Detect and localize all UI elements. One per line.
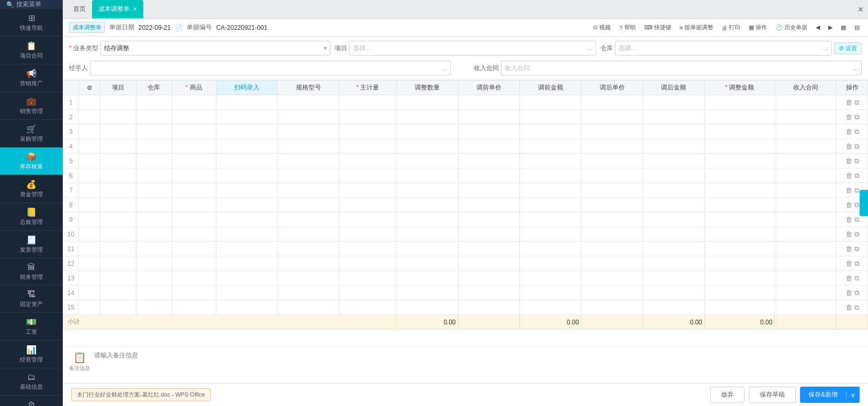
cell-warehouse[interactable] — [136, 168, 172, 183]
cell-ops[interactable]: 🗑⧉ — [837, 271, 868, 286]
cell-scan_input[interactable] — [216, 242, 278, 256]
cell-ops[interactable]: 🗑⧉ — [837, 286, 868, 300]
cell-project[interactable] — [100, 168, 136, 183]
sidebar-search[interactable]: 🔍 搜索菜单 — [0, 0, 63, 9]
cell-project[interactable] — [100, 95, 136, 110]
cell-after_price[interactable] — [581, 256, 643, 271]
cell-before_amount[interactable] — [520, 168, 581, 183]
cell-warehouse[interactable] — [136, 271, 172, 286]
cell-income_contract[interactable] — [775, 256, 837, 271]
agent-input[interactable]: ... — [90, 61, 451, 75]
cell-before_price[interactable] — [458, 183, 520, 198]
copy-icon[interactable]: ⧉ — [854, 289, 859, 297]
cell-ops[interactable]: 🗑⧉ — [837, 154, 868, 168]
cell-product[interactable] — [172, 271, 216, 286]
cell-project[interactable] — [100, 110, 136, 125]
cell-warehouse[interactable] — [136, 212, 172, 227]
cell-adjust_amount[interactable] — [704, 300, 774, 315]
cell-after_amount[interactable] — [643, 271, 704, 286]
cell-before_amount[interactable] — [520, 139, 581, 154]
cell-before_price[interactable] — [458, 168, 520, 183]
cell-before_price[interactable] — [458, 271, 520, 286]
cell-adjust_amount[interactable] — [704, 198, 774, 212]
window-close-icon[interactable]: ✕ — [858, 5, 864, 14]
cell-warehouse[interactable] — [136, 139, 172, 154]
cell-before_amount[interactable] — [520, 286, 581, 300]
cell-spec[interactable] — [278, 286, 339, 300]
delete-icon[interactable]: 🗑 — [846, 142, 852, 150]
cell-before_price[interactable] — [458, 154, 520, 168]
cell-adjust_qty[interactable] — [396, 227, 458, 242]
cell-after_amount[interactable] — [643, 168, 704, 183]
copy-icon[interactable]: ⧉ — [854, 245, 859, 253]
cell-after_price[interactable] — [581, 110, 643, 125]
cell-product[interactable] — [172, 227, 216, 242]
sidebar-item-payroll[interactable]: 💵工资 — [0, 313, 63, 341]
cell-product[interactable] — [172, 212, 216, 227]
cell-product[interactable] — [172, 139, 216, 154]
cell-settings[interactable] — [79, 256, 100, 271]
sidebar-item-tax-mgmt[interactable]: 🏛税务管理 — [0, 258, 63, 286]
sidebar-item-sys-mgmt[interactable]: ⚙系统管理 — [0, 396, 63, 406]
cell-spec[interactable] — [278, 110, 339, 125]
delete-icon[interactable]: 🗑 — [846, 128, 852, 136]
sidebar-item-ledger-mgmt[interactable]: 📒总账管理 — [0, 203, 63, 231]
cell-income_contract[interactable] — [775, 286, 837, 300]
discard-button[interactable]: 放弃 — [710, 387, 745, 403]
cell-scan_input[interactable] — [216, 256, 278, 271]
sidebar-item-ops-mgmt[interactable]: 📊经营管理 — [0, 341, 63, 368]
save-new-dropdown-icon[interactable]: ∨ — [846, 391, 860, 399]
cell-scan_input[interactable] — [216, 154, 278, 168]
col-settings[interactable]: ⚙ — [79, 81, 100, 95]
cell-unit[interactable] — [339, 300, 397, 315]
cell-adjust_qty[interactable] — [396, 168, 458, 183]
cell-warehouse[interactable] — [136, 227, 172, 242]
sidebar-item-sales-mgmt[interactable]: 💼销售管理 — [0, 92, 63, 120]
cell-adjust_amount[interactable] — [704, 139, 774, 154]
cell-before_amount[interactable] — [520, 271, 581, 286]
cell-project[interactable] — [100, 286, 136, 300]
cell-product[interactable] — [172, 256, 216, 271]
cell-after_amount[interactable] — [643, 95, 704, 110]
cell-ops[interactable]: 🗑⧉ — [837, 300, 868, 315]
cell-ops[interactable]: 🗑⧉ — [837, 242, 868, 256]
cell-after_price[interactable] — [581, 300, 643, 315]
cell-scan_input[interactable] — [216, 139, 278, 154]
toolbar-help-btn[interactable]: ? 帮助 — [617, 22, 637, 32]
cell-adjust_qty[interactable] — [396, 139, 458, 154]
cell-before_price[interactable] — [458, 256, 520, 271]
delete-icon[interactable]: 🗑 — [846, 216, 852, 223]
cell-after_price[interactable] — [581, 198, 643, 212]
cell-adjust_amount[interactable] — [704, 110, 774, 125]
cell-after_amount[interactable] — [643, 286, 704, 300]
cell-before_price[interactable] — [458, 198, 520, 212]
cell-income_contract[interactable] — [775, 271, 837, 286]
cell-spec[interactable] — [278, 227, 339, 242]
cell-ops[interactable]: 🗑⧉ — [837, 110, 868, 125]
cell-adjust_amount[interactable] — [704, 212, 774, 227]
cell-adjust_qty[interactable] — [396, 154, 458, 168]
cell-adjust_amount[interactable] — [704, 125, 774, 139]
cell-after_price[interactable] — [581, 227, 643, 242]
copy-icon[interactable]: ⧉ — [854, 142, 859, 151]
cell-ops[interactable]: 🗑⧉ — [837, 168, 868, 183]
cell-settings[interactable] — [79, 271, 100, 286]
copy-icon[interactable]: ⧉ — [854, 201, 859, 209]
copy-icon[interactable]: ⧉ — [854, 186, 859, 195]
cell-product[interactable] — [172, 125, 216, 139]
copy-icon[interactable]: ⧉ — [854, 157, 859, 165]
cell-adjust_amount[interactable] — [704, 168, 774, 183]
delete-icon[interactable]: 🗑 — [846, 113, 852, 121]
cell-settings[interactable] — [79, 154, 100, 168]
cell-adjust_qty[interactable] — [396, 183, 458, 198]
delete-icon[interactable]: 🗑 — [846, 260, 852, 267]
cell-warehouse[interactable] — [136, 125, 172, 139]
cell-ops[interactable]: 🗑⧉ — [837, 139, 868, 154]
cell-spec[interactable] — [278, 154, 339, 168]
cell-project[interactable] — [100, 154, 136, 168]
cell-scan_input[interactable] — [216, 95, 278, 110]
cell-warehouse[interactable] — [136, 242, 172, 256]
cell-before_amount[interactable] — [520, 95, 581, 110]
cell-project[interactable] — [100, 198, 136, 212]
cell-adjust_amount[interactable] — [704, 95, 774, 110]
